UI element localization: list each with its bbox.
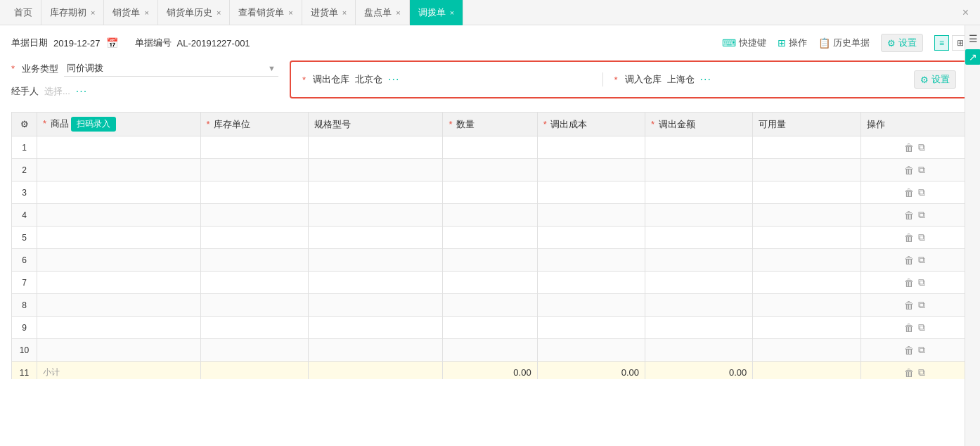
th-gear[interactable]: ⚙ xyxy=(12,113,37,136)
copy-icon[interactable]: ⧉ xyxy=(918,344,925,356)
global-close-button[interactable]: × xyxy=(957,6,974,19)
cell-spec[interactable] xyxy=(308,227,443,249)
delete-icon[interactable]: 🗑 xyxy=(904,345,914,356)
cell-qty[interactable] xyxy=(443,339,537,362)
cell-product[interactable] xyxy=(37,272,201,294)
delete-icon[interactable]: 🗑 xyxy=(904,142,914,153)
delete-icon[interactable]: 🗑 xyxy=(904,300,914,311)
cell-avail[interactable] xyxy=(753,339,860,362)
cell-amount[interactable] xyxy=(645,339,752,362)
cell-unit[interactable] xyxy=(200,136,308,159)
settings-button[interactable]: ⚙ 设置 xyxy=(881,34,923,52)
cell-cost[interactable] xyxy=(537,294,645,317)
cell-unit[interactable] xyxy=(200,272,308,294)
person-dots-btn[interactable]: ··· xyxy=(76,85,87,98)
delete-icon[interactable]: 🗑 xyxy=(904,367,914,378)
cell-amount[interactable] xyxy=(645,181,752,204)
cell-qty[interactable] xyxy=(443,249,537,272)
cell-amount[interactable] xyxy=(645,294,752,317)
cell-cost[interactable] xyxy=(537,159,645,181)
history-btn[interactable]: 📋 历史单据 xyxy=(818,37,870,49)
cell-unit[interactable] xyxy=(200,204,308,227)
cell-qty[interactable] xyxy=(443,317,537,339)
warehouse-in-dots[interactable]: ··· xyxy=(700,73,711,86)
delete-icon[interactable]: 🗑 xyxy=(904,165,914,176)
cell-avail[interactable] xyxy=(753,272,860,294)
cell-cost[interactable] xyxy=(537,204,645,227)
cell-amount[interactable] xyxy=(645,227,752,249)
cell-qty[interactable] xyxy=(443,227,537,249)
cell-unit[interactable] xyxy=(200,227,308,249)
delete-icon[interactable]: 🗑 xyxy=(904,187,914,198)
copy-icon[interactable]: ⧉ xyxy=(918,321,925,333)
person-input[interactable]: 选择... xyxy=(44,85,70,98)
delete-icon[interactable]: 🗑 xyxy=(904,210,914,221)
copy-icon[interactable]: ⧉ xyxy=(918,231,925,243)
cell-spec[interactable] xyxy=(308,159,443,181)
cell-spec[interactable] xyxy=(308,317,443,339)
cell-spec[interactable] xyxy=(308,272,443,294)
cell-amount[interactable] xyxy=(645,249,752,272)
cell-avail[interactable] xyxy=(753,159,860,181)
cell-amount[interactable] xyxy=(645,317,752,339)
copy-icon[interactable]: ⧉ xyxy=(918,186,925,198)
cell-cost[interactable] xyxy=(537,272,645,294)
cell-avail[interactable] xyxy=(753,294,860,317)
tab-inventory-init[interactable]: 库存期初 × xyxy=(41,0,104,25)
close-purchase-order[interactable]: × xyxy=(342,8,347,17)
cell-cost[interactable] xyxy=(537,227,645,249)
cell-qty[interactable] xyxy=(443,272,537,294)
tab-transfer-order[interactable]: 调拨单 × xyxy=(410,0,463,25)
delete-icon[interactable]: 🗑 xyxy=(904,277,914,288)
cell-avail[interactable] xyxy=(753,227,860,249)
shortcut-btn[interactable]: ⌨ 快捷键 xyxy=(722,37,766,49)
cell-unit[interactable] xyxy=(200,294,308,317)
cell-product[interactable] xyxy=(37,317,201,339)
tab-sales-history[interactable]: 销货单历史 × xyxy=(158,0,230,25)
copy-icon[interactable]: ⧉ xyxy=(918,367,925,378)
warehouse-settings-btn[interactable]: ⚙ 设置 xyxy=(914,70,956,89)
cell-cost[interactable] xyxy=(537,249,645,272)
cell-spec[interactable] xyxy=(308,181,443,204)
warehouse-out-dots[interactable]: ··· xyxy=(388,73,399,86)
copy-icon[interactable]: ⧉ xyxy=(918,164,925,176)
cell-product[interactable] xyxy=(37,181,201,204)
copy-icon[interactable]: ⧉ xyxy=(918,209,925,221)
layout-list-btn[interactable]: ≡ xyxy=(934,35,949,51)
cell-cost[interactable] xyxy=(537,136,645,159)
sidebar-expand-icon[interactable]: ↗ xyxy=(965,49,980,65)
cell-product[interactable] xyxy=(37,204,201,227)
cell-spec[interactable] xyxy=(308,294,443,317)
close-view-sales[interactable]: × xyxy=(288,8,292,17)
cell-product[interactable] xyxy=(37,339,201,362)
cell-qty[interactable] xyxy=(443,294,537,317)
cell-product[interactable] xyxy=(37,159,201,181)
cell-avail[interactable] xyxy=(753,136,860,159)
cell-qty[interactable] xyxy=(443,159,537,181)
close-sales-order[interactable]: × xyxy=(144,8,148,17)
cell-spec[interactable] xyxy=(308,204,443,227)
cell-avail[interactable] xyxy=(753,181,860,204)
tab-view-sales[interactable]: 查看销货单 × xyxy=(230,0,302,25)
cell-qty[interactable] xyxy=(443,136,537,159)
close-inventory-count[interactable]: × xyxy=(396,8,400,17)
cell-product[interactable] xyxy=(37,136,201,159)
cell-amount[interactable] xyxy=(645,159,752,181)
cell-qty[interactable] xyxy=(443,181,537,204)
delete-icon[interactable]: 🗑 xyxy=(904,322,914,333)
cell-qty[interactable] xyxy=(443,204,537,227)
cell-cost[interactable] xyxy=(537,339,645,362)
cell-unit[interactable] xyxy=(200,317,308,339)
copy-icon[interactable]: ⧉ xyxy=(918,299,925,311)
close-transfer-order[interactable]: × xyxy=(450,8,454,17)
cell-amount[interactable] xyxy=(645,204,752,227)
cell-spec[interactable] xyxy=(308,339,443,362)
delete-icon[interactable]: 🗑 xyxy=(904,255,914,266)
cell-cost[interactable] xyxy=(537,317,645,339)
cell-spec[interactable] xyxy=(308,136,443,159)
delete-icon[interactable]: 🗑 xyxy=(904,232,914,243)
copy-icon[interactable]: ⧉ xyxy=(918,276,925,288)
cell-unit[interactable] xyxy=(200,159,308,181)
copy-icon[interactable]: ⧉ xyxy=(918,254,925,266)
cell-product[interactable] xyxy=(37,227,201,249)
